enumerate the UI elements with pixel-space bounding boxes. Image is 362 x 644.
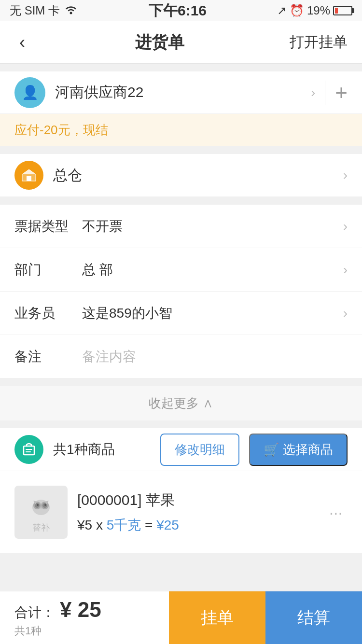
main-content: 👤 河南供应商22 › + 应付-20元，现结 总仓 › 票据类型 [0,71,362,611]
product-header: 共1种商品 修改明细 🛒 选择商品 [0,428,362,471]
supplier-info-banner: 应付-20元，现结 [0,114,362,146]
edit-detail-button[interactable]: 修改明细 [160,434,239,466]
status-time: 下午6:16 [149,1,207,21]
back-button[interactable]: ‹ [14,28,30,57]
location-icon: ↗ [277,4,287,17]
avatar-icon: 👤 [22,84,39,100]
supplier-card: 👤 河南供应商22 › + 应付-20元，现结 [0,71,362,146]
wifi-icon [64,4,78,17]
sales-value: 这是859的小智 [82,304,343,322]
warehouse-chevron-icon: › [343,168,348,183]
dept-chevron-icon: › [343,262,348,278]
alarm-icon: ⏰ [290,4,304,17]
note-input[interactable]: 备注内容 [82,348,348,366]
supplier-name[interactable]: 河南供应商22 [55,83,311,102]
status-left: 无 SIM 卡 [10,3,78,18]
supplier-avatar: 👤 [14,77,45,108]
sales-label: 业务员 [14,304,82,322]
svg-rect-1 [27,176,31,181]
supplier-chevron-icon: › [311,85,315,100]
warehouse-icon [14,161,43,190]
product-thumbnail: 替补 [14,486,68,539]
dept-label: 部门 [14,261,82,279]
product-count-text: 共1种商品 [53,440,151,459]
product-title-name: 苹果 [146,492,175,508]
warehouse-name: 总仓 [53,166,343,185]
svg-point-11 [44,504,46,506]
note-label: 备注 [14,348,82,366]
total-amount: ¥ 25 [60,598,101,622]
sales-chevron-icon: › [343,306,348,321]
product-qty: 5千克 [107,518,141,532]
multiply-sign: x [96,518,107,532]
sales-row[interactable]: 业务员 这是859的小智 › [0,291,362,335]
add-supplier-button[interactable]: + [335,81,348,105]
note-row[interactable]: 备注 备注内容 [0,335,362,378]
nav-bar: ‹ 进货单 打开挂单 [0,21,362,64]
hang-button[interactable]: 挂单 [169,591,265,644]
equals-sign: = [145,518,156,532]
divider [325,81,325,105]
status-bar: 无 SIM 卡 下午6:16 ↗ ⏰ 19% [0,0,362,21]
owl-logo: 替补 [14,486,68,539]
product-price: ¥5 x 5千克 = ¥25 [77,516,315,534]
footer-total-row: 合计： ¥ 25 [14,598,154,622]
footer-total: 合计： ¥ 25 共1种 [0,598,169,638]
select-product-label: 选择商品 [283,441,333,458]
warehouse-card: 总仓 › [0,154,362,196]
select-product-button[interactable]: 🛒 选择商品 [249,434,348,466]
svg-point-10 [37,504,39,506]
battery-icon [333,6,352,15]
carrier-text: 无 SIM 卡 [10,3,60,18]
svg-point-0 [70,12,72,14]
product-code: [0000001] [77,492,141,508]
collapse-toggle[interactable]: 收起更多 ∧ [0,386,362,420]
svg-rect-2 [24,446,34,455]
bill-type-label: 票据类型 [14,217,82,236]
supplier-row: 👤 河南供应商22 › + [0,71,362,114]
total-label: 合计： [14,603,55,622]
status-right: ↗ ⏰ 19% [277,4,352,17]
footer: 合计： ¥ 25 共1种 挂单 结算 [0,591,362,644]
product-name: [0000001] 苹果 [77,490,315,510]
settle-button[interactable]: 结算 [265,591,362,644]
product-more-button[interactable]: ··· [324,498,348,527]
cart-icon: 🛒 [264,442,279,457]
product-item: 替补 [0000001] 苹果 ¥5 x 5千克 = ¥25 ··· [0,471,362,553]
product-info: [0000001] 苹果 ¥5 x 5千克 = ¥25 [77,490,315,534]
page-title: 进货单 [135,31,184,54]
form-card: 票据类型 不开票 › 部门 总 部 › 业务员 这是859的小智 › 备注 备注… [0,204,362,378]
warehouse-row[interactable]: 总仓 › [0,154,362,196]
collapse-label: 收起更多 ∧ [149,395,213,412]
dept-row[interactable]: 部门 总 部 › [0,248,362,291]
product-total: ¥25 [156,518,179,532]
product-count-icon [14,435,43,464]
price-unit: ¥5 [77,518,92,532]
dept-value: 总 部 [82,261,343,279]
bill-type-chevron-icon: › [343,219,348,234]
bill-type-row[interactable]: 票据类型 不开票 › [0,204,362,248]
battery-text: 19% [307,4,330,17]
bill-type-value: 不开票 [82,217,343,236]
total-sub: 共1种 [14,624,154,638]
open-pending-button[interactable]: 打开挂单 [290,32,348,52]
